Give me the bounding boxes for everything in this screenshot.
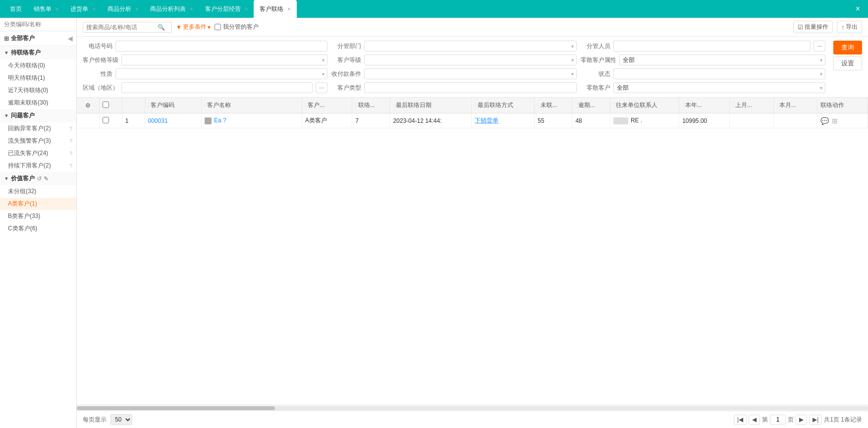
row-last-contact-method-cell[interactable]: 下销货单	[472, 113, 535, 128]
sidebar-item-near7days[interactable]: 近7天待联络(0)	[0, 84, 76, 97]
sidebar-item-repeat-abnormal-label: 回购异常客户(2)	[8, 124, 51, 133]
sidebar-item-class-c[interactable]: C类客户(6)	[0, 222, 76, 235]
sidebar-search-input[interactable]	[4, 21, 77, 28]
my-customers-label: 我分管的客户	[223, 23, 259, 31]
nav-tab-goods-analysis-list[interactable]: 商品分析列表 ×	[144, 0, 199, 18]
col-last-month: :上月...	[729, 98, 773, 113]
filter-manager-input[interactable]	[613, 41, 811, 52]
sidebar-collapse-icon[interactable]: ◀	[68, 35, 72, 42]
col-select-all[interactable]	[100, 98, 122, 113]
nav-tab-purchase-close[interactable]: ×	[92, 6, 95, 12]
filter-region-ellipsis[interactable]: ···	[316, 82, 327, 93]
filter-status-select[interactable]	[613, 68, 825, 79]
sidebar-section-value[interactable]: ▼ 价值客户 ↺ ✎	[0, 172, 76, 185]
nav-tab-customer-contact[interactable]: 客户联络 ×	[254, 0, 296, 18]
sidebar-item-class-b-label: B类客户(33)	[8, 212, 40, 220]
sidebar-item-tomorrow[interactable]: 明天待联络(1)	[0, 72, 76, 84]
filter-phone-input[interactable]	[115, 41, 327, 52]
sidebar-item-overdue[interactable]: 逾期未联络(30)	[0, 97, 76, 109]
sidebar-item-lost-predicted[interactable]: 流失预警客户(3) ?	[0, 135, 76, 147]
nav-tab-home[interactable]: 首页	[4, 0, 28, 18]
help-icon-1[interactable]: ?	[69, 126, 72, 132]
nav-tab-sales[interactable]: 销售单 ×	[28, 0, 64, 18]
filter-field-dept: 分管部门 ▾	[331, 41, 576, 52]
sidebar-section-pending-label: 待联络客户	[11, 49, 41, 57]
filter-actions: 查询 设置	[833, 41, 862, 70]
filter-retail-attr-select[interactable]: 全部	[619, 54, 825, 65]
sidebar-item-unclassified[interactable]: 未分组(32)	[0, 185, 76, 198]
refresh-icon[interactable]: ↺	[37, 175, 42, 182]
filter-payment-select[interactable]	[364, 68, 576, 79]
qr-action-icon[interactable]: ⊞	[832, 117, 838, 125]
sidebar-section-problems[interactable]: ▼ 问题客户	[0, 109, 76, 122]
nav-tab-customer-segment-close[interactable]: ×	[245, 6, 248, 12]
filter-customer-level-label: 客户等级	[331, 56, 361, 64]
export-button[interactable]: ↑ 导出	[837, 21, 862, 33]
col-name: :客户名称	[201, 98, 302, 113]
row-name-cell[interactable]: Ea ?	[201, 113, 302, 128]
help-icon-2[interactable]: ?	[69, 138, 72, 144]
sidebar-all-customers[interactable]: ⊞ 全部客户 ◀	[0, 31, 76, 46]
col-code-label: 客户编码	[151, 102, 174, 108]
nav-tab-goods-analysis-close[interactable]: ×	[135, 6, 138, 12]
help-icon-3[interactable]: ?	[69, 151, 72, 157]
filter-field-price-level: 客户价格等级 ▾	[83, 54, 327, 65]
batch-ops-button[interactable]: ☑ 批量操作	[793, 21, 833, 33]
col-name-label: 客户名称	[207, 102, 231, 108]
row-current-year-cell: 10995.00	[679, 113, 730, 128]
last-page-btn[interactable]: ▶|	[809, 415, 822, 425]
nav-tab-goods-analysis-list-close[interactable]: ×	[190, 6, 193, 12]
row-checkbox[interactable]	[103, 117, 109, 123]
sidebar-item-class-a[interactable]: A类客户(1)	[0, 198, 76, 210]
filter-customer-type-input[interactable]	[364, 82, 576, 93]
help-icon-4[interactable]: ?	[69, 163, 72, 169]
filter-search-icon[interactable]: 🔍	[158, 24, 165, 31]
per-page-select[interactable]: 50	[110, 414, 132, 425]
filter-retail-select[interactable]: 全部	[613, 82, 825, 93]
my-customers-checkbox[interactable]	[215, 24, 221, 30]
row-last-contact-method-link[interactable]: 下销货单	[475, 117, 498, 124]
filter-settings-button[interactable]: 设置	[833, 56, 862, 70]
sidebar-item-repeat-abnormal[interactable]: 回购异常客户(2) ?	[0, 122, 76, 135]
next-page-btn[interactable]: ▶	[796, 415, 807, 425]
nav-tab-sales-close[interactable]: ×	[55, 6, 58, 12]
first-page-btn[interactable]: |◀	[734, 415, 747, 425]
batch-ops-label: 批量操作	[805, 23, 828, 31]
scrollbar-thumb[interactable]	[77, 406, 275, 410]
prev-page-btn[interactable]: ◀	[749, 415, 760, 425]
row-code-cell[interactable]: 000031	[145, 113, 201, 128]
filter-more-btn[interactable]: ▼ 更多条件 ▾	[176, 23, 211, 31]
page-input[interactable]	[770, 415, 786, 425]
filter-customer-level-select[interactable]	[364, 54, 576, 65]
nav-tab-goods-analysis[interactable]: 商品分析 ×	[102, 0, 144, 18]
sidebar-section-pending[interactable]: ▼ 待联络客户	[0, 46, 76, 59]
nav-tab-customer-segment[interactable]: 客户分层经营 ×	[199, 0, 254, 18]
filter-manager-ellipsis[interactable]: ···	[814, 41, 825, 52]
sidebar-item-class-c-label: C类客户(6)	[8, 224, 37, 233]
query-button[interactable]: 查询	[833, 41, 862, 54]
sidebar-item-today[interactable]: 今天待联络(0)	[0, 59, 76, 72]
nav-tab-purchase[interactable]: 进货单 ×	[64, 0, 101, 18]
sidebar-item-class-b[interactable]: B类客户(33)	[0, 210, 76, 222]
nav-tab-customer-contact-close[interactable]: ×	[287, 6, 290, 12]
window-close-button[interactable]: ×	[852, 4, 864, 13]
edit-icon[interactable]: ✎	[44, 175, 49, 182]
filter-price-level-select[interactable]	[121, 54, 327, 65]
filter-nature-select[interactable]	[115, 68, 327, 79]
filter-search-input[interactable]	[86, 24, 156, 31]
chat-action-icon[interactable]: 💬	[820, 117, 829, 125]
filter-price-level-wrapper: ▾	[121, 54, 327, 65]
row-name-text: Ea	[214, 117, 221, 124]
filter-row-3: 性质 ▾ 收付款条件 ▾	[83, 68, 825, 79]
filter-retail-attr-wrapper: 全部 ▾	[619, 54, 825, 65]
row-checkbox-cell[interactable]	[100, 113, 122, 128]
filter-dept-select[interactable]	[364, 41, 576, 52]
sidebar-item-lost[interactable]: 已流失客户(24) ?	[0, 147, 76, 160]
sidebar-item-continuous-decline[interactable]: 持续下滑客户(2) ?	[0, 160, 76, 172]
table-container: ⚙ :客户编码 :客户名称 :客户... :联络... :最后联络日期 :最后联…	[77, 98, 868, 405]
select-all-checkbox[interactable]	[103, 102, 109, 108]
filter-region-input[interactable]	[121, 82, 313, 93]
col-settings[interactable]: ⚙	[77, 98, 100, 113]
grid-icon: ⊞	[4, 35, 9, 42]
filter-my-customers[interactable]: 我分管的客户	[215, 23, 259, 31]
